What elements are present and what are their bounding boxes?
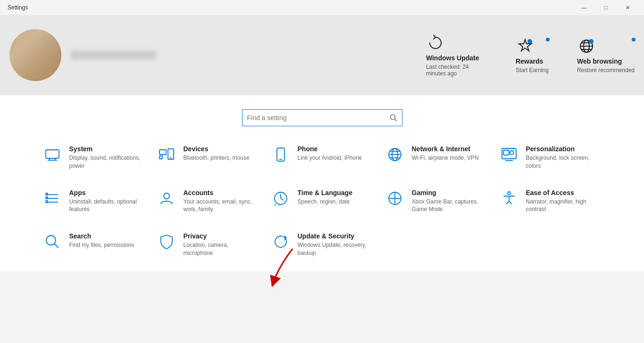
minimize-button[interactable]: — [573,0,595,15]
privacy-text: PrivacyLocation, camera, microphone [184,232,259,257]
avatar [9,29,61,81]
time-language-desc: Speech, region, date [298,198,352,206]
close-button[interactable]: ✕ [617,0,638,15]
update-security-desc: Windows Update, recovery, backup [298,241,373,257]
gaming-icon [385,189,404,208]
privacy-icon [157,232,176,251]
settings-item-network[interactable]: Network & InternetWi-Fi, airplane mode, … [382,140,491,175]
settings-item-search[interactable]: SearchFind my files, permissions [39,228,149,262]
rewards-widget[interactable]: Rewards Start Earning [516,37,549,74]
time-language-icon: A文 [271,189,290,208]
settings-item-privacy[interactable]: PrivacyLocation, camera, microphone [153,228,263,262]
window-controls: — □ ✕ [573,0,638,15]
system-icon [43,145,62,164]
settings-item-gaming[interactable]: GamingXbox Game Bar, captures, Game Mode [382,184,491,219]
settings-item-apps[interactable]: AppsUninstall, defaults, optional featur… [39,184,149,219]
svg-text:A: A [274,203,276,206]
settings-item-devices[interactable]: DevicesBluetooth, printers, mouse [153,140,263,175]
settings-grid: SystemDisplay, sound, notifications, pow… [39,140,605,262]
web-browsing-icon [577,37,596,56]
svg-rect-33 [46,197,48,199]
personalization-text: PersonalizationBackground, lock screen, … [526,145,602,170]
update-security-title: Update & Security [298,232,373,240]
settings-item-accounts[interactable]: AccountsYour accounts, email, sync, work… [153,184,263,219]
personalization-desc: Background, lock screen, colors [526,154,602,170]
maximize-button[interactable]: □ [595,0,617,15]
svg-point-7 [390,115,395,120]
svg-rect-34 [46,201,48,203]
svg-point-0 [528,40,532,43]
settings-item-personalization[interactable]: PersonalizationBackground, lock screen, … [496,140,605,175]
settings-item-update-security[interactable]: Update & SecurityWindows Update, recover… [268,228,377,262]
accounts-text: AccountsYour accounts, email, sync, work… [184,189,259,214]
widget-icon-row [577,37,635,56]
devices-desc: Bluetooth, printers, mouse [184,154,250,162]
svg-point-42 [508,192,510,195]
windows-update-widget[interactable]: Windows Update Last checked: 24 minutes … [426,33,487,77]
apps-text: AppsUninstall, defaults, optional featur… [69,189,145,214]
devices-title: Devices [184,145,250,153]
devices-icon [157,145,176,164]
search-title: Search [69,232,134,240]
system-desc: Display, sound, notifications, power [69,154,145,170]
phone-icon [271,145,290,164]
accounts-icon [157,189,176,208]
system-title: System [69,145,145,153]
web-browsing-widget[interactable]: Web browsing Restore recommended [577,37,635,74]
ease-of-access-text: Ease of AccessNarrator, magnifier, high … [526,189,602,214]
network-desc: Wi-Fi, airplane mode, VPN [412,154,479,162]
search-input[interactable] [243,114,385,122]
search-icon [43,232,62,251]
search-box [242,109,402,126]
settings-item-time-language[interactable]: A文Time & LanguageSpeech, region, date [268,184,377,219]
phone-desc: Link your Android, iPhone [298,154,362,162]
time-language-title: Time & Language [298,189,352,196]
ease-of-access-title: Ease of Access [526,189,602,196]
apps-desc: Uninstall, defaults, optional features [69,198,145,214]
privacy-title: Privacy [184,232,259,240]
profile-name [71,50,156,60]
svg-line-8 [394,119,397,122]
header-widgets: Windows Update Last checked: 24 minutes … [426,33,635,77]
settings-item-phone[interactable]: PhoneLink your Android, iPhone [268,140,377,175]
svg-rect-14 [159,156,162,159]
ease-of-access-icon [500,189,519,208]
personalization-icon [500,145,519,164]
svg-point-35 [164,193,169,199]
svg-rect-9 [46,150,59,158]
ease-of-access-desc: Narrator, magnifier, high contrast [526,198,602,214]
time-language-text: Time & LanguageSpeech, region, date [298,189,352,206]
gaming-text: GamingXbox Game Bar, captures, Game Mode [412,189,487,214]
widget-icon-row [516,37,549,56]
app-title: Settings [8,4,28,11]
svg-rect-32 [46,193,48,195]
apps-icon [43,189,62,208]
personalization-title: Personalization [526,145,602,153]
search-icon [390,114,397,122]
phone-title: Phone [298,145,362,153]
phone-text: PhoneLink your Android, iPhone [298,145,362,162]
gaming-desc: Xbox Game Bar, captures, Game Mode [412,198,487,214]
web-browsing-subtitle: Restore recommended [577,67,635,74]
update-security-icon [271,232,290,251]
svg-rect-13 [159,150,166,155]
web-browsing-badge [631,37,636,42]
apps-title: Apps [69,189,145,196]
header-banner: Windows Update Last checked: 24 minutes … [0,15,644,95]
windows-update-icon [426,33,445,52]
search-section [0,95,644,136]
svg-point-6 [589,40,593,43]
rewards-badge [545,37,551,42]
svg-rect-27 [503,150,509,155]
devices-text: DevicesBluetooth, printers, mouse [184,145,250,162]
privacy-desc: Location, camera, microphone [184,241,259,257]
network-icon [385,145,404,164]
widget-icon-row [426,33,487,52]
network-title: Network & Internet [412,145,479,153]
settings-item-ease-of-access[interactable]: Ease of AccessNarrator, magnifier, high … [496,184,605,219]
svg-text:文: 文 [278,204,280,206]
search-text: SearchFind my files, permissions [69,232,134,249]
windows-update-subtitle: Last checked: 24 minutes ago [426,64,487,77]
settings-item-system[interactable]: SystemDisplay, sound, notifications, pow… [39,140,149,175]
search-button[interactable] [385,109,402,126]
